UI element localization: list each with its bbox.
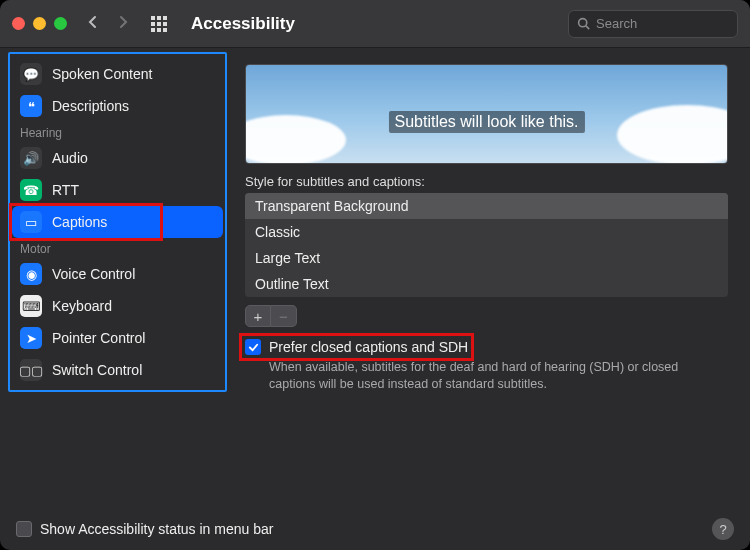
sidebar-item-label: Descriptions [52,98,129,114]
window-title: Accessibility [191,14,295,34]
show-status-checkbox[interactable] [16,521,32,537]
prefer-sdh-label: Prefer closed captions and SDH [269,339,468,355]
captions-pane: Subtitles will look like this. Style for… [235,48,750,550]
style-heading: Style for subtitles and captions: [245,174,728,189]
sidebar-item-rtt[interactable]: ☎ RTT [12,174,223,206]
sidebar-item-voice-control[interactable]: ◉ Voice Control [12,258,223,290]
svg-line-1 [586,26,589,29]
accessibility-prefs-window: Accessibility Search 💬 Spoken Content ❝ … [0,0,750,550]
sidebar-item-audio[interactable]: 🔊 Audio [12,142,223,174]
sidebar-item-spoken-content[interactable]: 💬 Spoken Content [12,58,223,90]
style-option-classic[interactable]: Classic [245,219,728,245]
chevron-right-icon [118,15,128,29]
prefer-sdh-checkbox[interactable] [245,339,261,355]
subtitle-preview: Subtitles will look like this. [245,64,728,164]
sidebar-item-label: Switch Control [52,362,142,378]
section-hearing: Hearing [12,124,223,142]
sidebar-item-label: Spoken Content [52,66,152,82]
forward-button[interactable] [113,13,133,34]
rtt-icon: ☎ [20,179,42,201]
titlebar: Accessibility Search [0,0,750,48]
sidebar-item-switch-control[interactable]: ▢▢ Switch Control [12,354,223,386]
sidebar-item-captions[interactable]: ▭ Captions [12,206,223,238]
speaker-icon: 🔊 [20,147,42,169]
sidebar-item-label: Captions [52,214,107,230]
sidebar-item-label: Voice Control [52,266,135,282]
pointer-icon: ➤ [20,327,42,349]
subtitle-sample-text: Subtitles will look like this. [388,111,584,133]
style-option-large[interactable]: Large Text [245,245,728,271]
search-placeholder: Search [596,16,637,31]
descriptions-icon: ❝ [20,95,42,117]
sidebar-item-keyboard[interactable]: ⌨ Keyboard [12,290,223,322]
search-icon [577,17,590,30]
style-option-transparent[interactable]: Transparent Background [245,193,728,219]
sidebar-item-descriptions[interactable]: ❝ Descriptions [12,90,223,122]
help-button[interactable]: ? [712,518,734,540]
minimize-window-button[interactable] [33,17,46,30]
remove-style-button[interactable]: − [271,305,297,327]
window-controls [12,17,67,30]
show-all-button[interactable] [151,16,167,32]
svg-point-0 [579,19,587,27]
section-motor: Motor [12,240,223,258]
captions-icon: ▭ [20,211,42,233]
switch-control-icon: ▢▢ [20,359,42,381]
prefer-sdh-checkbox-row[interactable]: Prefer closed captions and SDH [245,339,468,355]
speech-bubble-icon: 💬 [20,63,42,85]
footer: Show Accessibility status in menu bar ? [16,518,734,540]
keyboard-icon: ⌨ [20,295,42,317]
style-list: Transparent Background Classic Large Tex… [245,193,728,297]
style-option-outline[interactable]: Outline Text [245,271,728,297]
sidebar-item-label: Keyboard [52,298,112,314]
chevron-left-icon [88,15,98,29]
sidebar-item-label: RTT [52,182,79,198]
sidebar-item-label: Pointer Control [52,330,145,346]
prefer-sdh-description: When available, subtitles for the deaf a… [269,359,699,393]
add-style-button[interactable]: + [245,305,271,327]
show-status-label: Show Accessibility status in menu bar [40,521,273,537]
close-window-button[interactable] [12,17,25,30]
check-icon [248,342,259,353]
back-button[interactable] [83,13,103,34]
search-field[interactable]: Search [568,10,738,38]
sidebar-item-pointer-control[interactable]: ➤ Pointer Control [12,322,223,354]
voice-control-icon: ◉ [20,263,42,285]
sidebar-item-label: Audio [52,150,88,166]
sidebar: 💬 Spoken Content ❝ Descriptions Hearing … [0,48,235,550]
style-add-remove: + − [245,305,728,327]
zoom-window-button[interactable] [54,17,67,30]
